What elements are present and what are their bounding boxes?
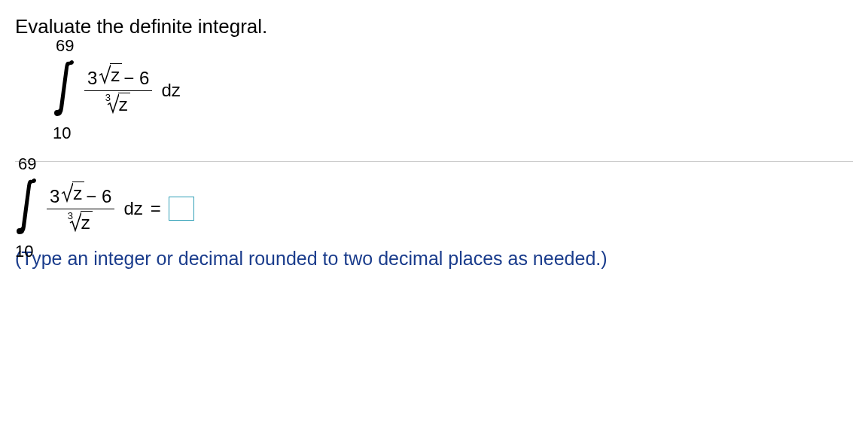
lower-limit-1: 10 (53, 124, 71, 143)
differential-1: dz (161, 80, 180, 101)
integral-display: 69 10 3 z − 6 3 (53, 57, 181, 124)
instruction-text: (Type an integer or decimal rounded to t… (15, 248, 853, 270)
root-index-1: 3 (105, 92, 111, 103)
numerator-2: 3 z − 6 (47, 181, 114, 209)
integral-sign-2: 69 10 (15, 175, 38, 242)
equals-sign: = (151, 198, 161, 219)
upper-limit-2: 69 (18, 154, 36, 174)
answer-input[interactable] (169, 197, 194, 221)
root-index-2: 3 (68, 210, 73, 221)
integral-symbol-icon (53, 57, 75, 119)
numerator-1: 3 z − 6 (84, 63, 152, 91)
cuberoot-2: 3 z (69, 211, 93, 234)
lower-limit-2: 10 (15, 242, 33, 261)
radical-icon (99, 63, 111, 84)
radicand-2: z (72, 181, 84, 205)
cuberoot-1: 3 z (107, 93, 130, 116)
fraction-2: 3 z − 6 3 z (47, 181, 114, 236)
fraction-1: 3 z − 6 3 z (84, 63, 152, 118)
radicand-1: z (110, 63, 122, 87)
integral-symbol-icon (15, 175, 38, 237)
section-divider (15, 161, 853, 162)
sqrt-2: z (61, 181, 84, 205)
integral-answer-expr: 69 10 3 z − 6 (15, 175, 143, 242)
coeff-1: 3 (87, 68, 97, 89)
tail-1: − 6 (123, 68, 149, 89)
sqrt-1: z (99, 63, 122, 87)
denom-radicand-2: z (81, 211, 93, 234)
answer-row: 69 10 3 z − 6 (15, 175, 853, 242)
tail-2: − 6 (86, 186, 111, 207)
denominator-2: 3 z (66, 209, 96, 236)
upper-limit-1: 69 (56, 36, 74, 56)
coeff-2: 3 (50, 186, 59, 207)
radical-icon (61, 181, 73, 203)
question-text: Evaluate the definite integral. (15, 15, 853, 38)
denominator-1: 3 z (104, 91, 133, 118)
integral-sign-1: 69 10 (53, 57, 75, 124)
differential-2: dz (123, 198, 142, 219)
denom-radicand-1: z (118, 93, 130, 116)
